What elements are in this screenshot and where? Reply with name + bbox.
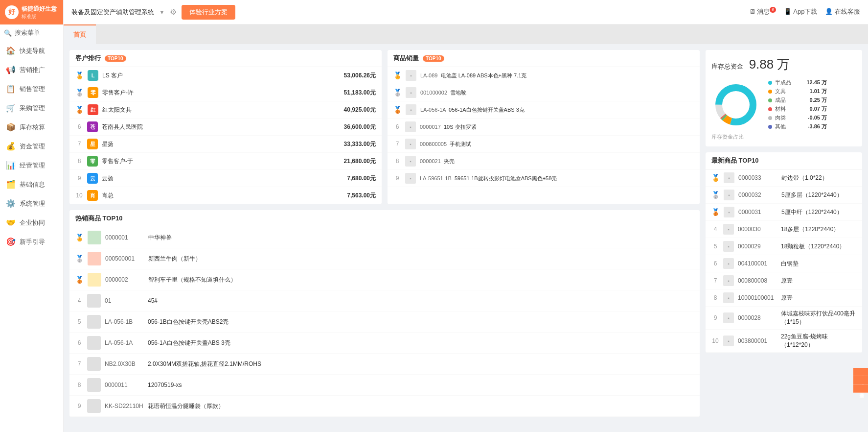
medal-icon: 🥈: [711, 191, 720, 199]
product-ranking-list: 🏅 ▪ LA-089 电池盖 LA-089 ABS本色+黑种 7.1克 🥈 ▪: [388, 67, 700, 187]
product-name: 5厘中纤（1220*2440）: [781, 208, 856, 216]
customer-amount: 7,563.00元: [347, 192, 376, 200]
sidebar: 好 畅捷通好生意 标准版 🔍 搜索菜单 🏠 快捷导航 📢 营销推广 📋 销售管理…: [0, 0, 64, 432]
main-content: 装备及固定资产辅助管理系统 ▼ ⚙ 体验行业方案 🖥 消息6 📱 App下载 👤…: [64, 0, 868, 432]
legend-value: 1.01 万: [810, 88, 827, 95]
rank-number: 9: [393, 175, 401, 182]
new-products-panel: 最新商品 TOP10 🏅 ▪ 0000033 封边带（1.0*22） 🥈 ▪ 0…: [706, 152, 862, 353]
legend-item: 文具 1.01 万: [768, 88, 827, 95]
sidebar-item-marketing[interactable]: 📢 营销推广: [0, 60, 63, 79]
table-row: 🏅 L LS 客户 53,006.26元: [69, 67, 382, 84]
online-service-link[interactable]: 👤 在线客服: [825, 7, 860, 16]
customer-amount: 21,680.00元: [344, 157, 376, 166]
list-item: 9 ▪ 0000028 体城嘉枝味苏打饮品400毫升（1*15）: [706, 307, 862, 330]
medal-icon: 🥉: [75, 276, 84, 284]
customer-amount: 36,600.00元: [344, 123, 376, 131]
logo-sub-text: 标准版: [22, 13, 57, 20]
sidebar-label-sales: 销售管理: [20, 85, 45, 94]
product-code: 0000033: [738, 174, 777, 181]
product-name: 原壹: [781, 294, 856, 302]
product-thumbnail: ▪: [724, 172, 734, 183]
live-broadcast-button[interactable]: 直播: [853, 384, 868, 393]
cooperation-icon: 🤝: [6, 218, 16, 227]
sidebar-item-sales[interactable]: 📋 销售管理: [0, 79, 63, 98]
avatar: 零: [87, 156, 98, 167]
app-download-link[interactable]: 📱 App下载: [784, 7, 817, 16]
table-row: 7 ▪ 000800005 手机测试: [388, 136, 700, 153]
product-code: 003800001: [738, 337, 777, 344]
tab-home[interactable]: 首页: [64, 24, 96, 44]
sidebar-label-cooperation: 企业协同: [20, 218, 45, 227]
customer-ranking-header: 客户排行 TOP10: [69, 50, 382, 67]
product-name: 056-1B白色按键开关壳ABS2壳: [148, 318, 694, 326]
sidebar-item-purchase[interactable]: 🛒 采购管理: [0, 98, 63, 118]
legend-value: -3.86 万: [808, 123, 827, 130]
product-thumbnail: ▪: [405, 139, 416, 149]
sidebar-item-inventory[interactable]: 📦 库存核算: [0, 118, 63, 137]
product-thumbnail: ▪: [723, 224, 734, 235]
sidebar-item-basic[interactable]: 🗂️ 基础信息: [0, 175, 63, 194]
trial-button[interactable]: 体验行业方案: [182, 5, 235, 20]
sidebar-item-guide[interactable]: 🎯 新手引导: [0, 232, 63, 251]
rank-number: 5: [75, 318, 83, 325]
sidebar-label-marketing: 营销推广: [20, 66, 45, 74]
product-code: 10000100001: [738, 294, 777, 301]
customer-ranking-list: 🏅 L LS 客户 53,006.26元 🥈 零 零售客户-许 51,183.0…: [69, 67, 382, 204]
customer-amount: 7,680.00元: [347, 174, 376, 183]
medal-icon: 🥉: [711, 208, 720, 216]
customer-ranking-badge: TOP10: [105, 55, 126, 62]
table-row: 🥈 ▪ 001000002 雪地靴: [388, 84, 700, 101]
product-name: 45#: [148, 297, 694, 304]
sidebar-item-finance[interactable]: 💰 资金管理: [0, 137, 63, 156]
sidebar-label-inventory: 库存核算: [20, 123, 45, 132]
table-row: 🥉 ▪ LA-056-1A 056-1A白色按键开关盖ABS 3克: [388, 101, 700, 119]
service-community-button[interactable]: 服务社区: [853, 376, 868, 384]
list-item: 4 01 45#: [69, 290, 700, 312]
product-info: LA-056-1A 056-1A白色按键开关盖ABS 3克: [420, 106, 694, 114]
avatar: 红: [88, 104, 98, 115]
product-thumbnail: ▪: [723, 258, 734, 269]
customer-amount: 33,333.00元: [344, 140, 376, 148]
search-menu[interactable]: 🔍 搜索菜单: [0, 24, 63, 41]
product-thumbnail: [88, 231, 101, 244]
inventory-icon: 📦: [6, 122, 16, 132]
product-name: 中华神兽: [148, 234, 694, 242]
rank-number: 4: [75, 297, 83, 304]
rank-number: 6: [711, 260, 719, 267]
sidebar-item-system[interactable]: ⚙️ 系统管理: [0, 194, 63, 213]
list-item: 8 0000011 12070519-xs: [69, 375, 700, 396]
hot-products-list: 🏅 0000001 中华神兽 🥈 000500001 新西兰牛肉（新牛） 🥉: [69, 227, 700, 417]
dropdown-arrow-icon[interactable]: ▼: [159, 9, 165, 16]
legend-label: 成品: [775, 96, 807, 104]
guide-icon: 🎯: [6, 237, 16, 246]
product-code: 0000002: [105, 276, 144, 283]
sidebar-item-quicknav[interactable]: 🏠 快捷导航: [0, 41, 63, 60]
list-item: 7 NB2.0X30B 2.0X30MM双搓花轴,搓花直径2.1MM/ROHS: [69, 354, 700, 375]
settings-icon[interactable]: ⚙: [170, 7, 177, 17]
list-item: 6 ▪ 004100001 白钢垫: [706, 255, 862, 272]
product-code: KK-SD22110H: [105, 403, 144, 409]
marketing-icon: 📢: [6, 65, 16, 74]
customer-name: 红太阳文具: [102, 106, 340, 114]
messages-link[interactable]: 🖥 消息6: [749, 7, 777, 16]
product-thumbnail: [87, 336, 101, 350]
product-code: 0000032: [738, 192, 777, 198]
sidebar-label-basic: 基础信息: [20, 180, 45, 189]
rank-number: 7: [75, 360, 83, 367]
sidebar-item-cooperation[interactable]: 🤝 企业协同: [0, 213, 63, 232]
float-buttons: 客服热线 服务社区 直播: [853, 368, 868, 393]
product-code: LA-056-1A: [105, 339, 144, 346]
product-code: 0000031: [738, 209, 777, 216]
list-item: 🏅 0000001 中华神兽: [69, 227, 700, 248]
legend-item: 其他 -3.86 万: [768, 123, 827, 130]
hot-products-header: 热销商品 TOP10: [69, 210, 700, 227]
table-row: 8 零 零售客户-于 21,680.00元: [69, 153, 382, 170]
product-name: 18多层（1220*2440）: [781, 225, 856, 234]
product-name: 12070519-xs: [148, 382, 694, 388]
medal-icon: 🏅: [75, 234, 84, 241]
product-thumbnail: [87, 357, 101, 371]
product-thumbnail: ▪: [723, 312, 734, 323]
sidebar-item-operations[interactable]: 📊 经营管理: [0, 156, 63, 175]
product-info: LA-089 电池盖 LA-089 ABS本色+黑种 7.1克: [420, 72, 694, 79]
customer-service-button[interactable]: 客服热线: [853, 368, 868, 376]
